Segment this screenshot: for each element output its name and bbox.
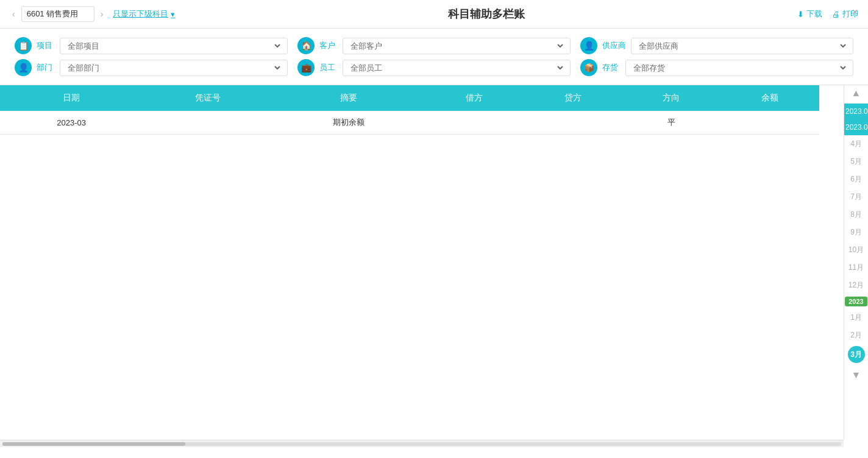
customer-dropdown[interactable]: 全部客户	[348, 41, 565, 51]
time-item-october[interactable]: 10月	[844, 241, 868, 259]
page-title: 科目辅助多栏账	[175, 7, 797, 21]
inventory-icon: 📦	[580, 59, 597, 76]
next-account-btn[interactable]: ›	[98, 8, 106, 20]
prev-account-btn[interactable]: ‹	[10, 8, 18, 20]
time-panel-scroll: 2023.03 2023.03 4月 5月 6月 7月 8月 9月 10月 11…	[844, 101, 868, 367]
close-btn[interactable]: ×	[852, 6, 858, 19]
time-item-november[interactable]: 11月	[844, 259, 868, 277]
customer-icon: 🏠	[297, 37, 315, 54]
supplier-icon: 👤	[580, 37, 597, 54]
time-panel: ▲ 2023.03 2023.03 4月 5月 6月 7月 8月 9月 10月 …	[844, 85, 868, 440]
inventory-filter: 📦 存货 全部存货	[575, 57, 858, 79]
employee-dropdown[interactable]: 全部员工	[348, 63, 565, 73]
scroll-up-btn[interactable]: ▲	[844, 85, 868, 101]
dept-filter: 👤 部门 全部部门	[10, 57, 293, 79]
time-item-may[interactable]: 5月	[844, 153, 868, 171]
col-date: 日期	[0, 85, 143, 111]
dept-dropdown[interactable]: 全部部门	[65, 63, 282, 73]
filters-area: 📋 项目 全部项目 🏠 客户 全部客户 👤 供应商 全部供应商	[0, 29, 868, 85]
employee-filter: 💼 员工 全部员工	[293, 57, 575, 79]
download-btn[interactable]: ⬇ 下载	[797, 9, 822, 19]
cell-voucher	[143, 111, 272, 135]
project-select[interactable]: 全部项目	[60, 38, 288, 54]
year-badge-wrapper: 2023	[845, 294, 867, 309]
bottom-scrollbar[interactable]	[0, 440, 844, 447]
time-item-feb[interactable]: 2月	[844, 326, 868, 344]
supplier-label: 供应商	[602, 40, 626, 51]
supplier-filter: 👤 供应商 全部供应商	[575, 35, 858, 57]
col-debit: 借方	[425, 85, 524, 111]
time-item-september[interactable]: 9月	[844, 224, 868, 241]
employee-label: 员工	[319, 62, 338, 73]
employee-select[interactable]: 全部员工	[343, 60, 571, 76]
inventory-select[interactable]: 全部存货	[625, 60, 853, 76]
time-item-2023-03-start[interactable]: 2023.03	[844, 104, 868, 119]
dept-label: 部门	[37, 62, 55, 73]
cell-date: 2023-03	[0, 111, 143, 135]
download-icon: ⬇	[797, 10, 804, 19]
table-row: 2023-03 期初余额 平	[0, 111, 819, 135]
active-month-wrapper: 3月	[848, 344, 865, 365]
account-nav: ‹ 6601 销售费用 ›	[10, 6, 105, 22]
chevron-down-icon: ▾	[171, 10, 175, 19]
col-credit: 贷方	[524, 85, 622, 111]
cell-debit	[425, 111, 524, 135]
active-month-march[interactable]: 3月	[848, 346, 865, 363]
time-item-july[interactable]: 7月	[844, 188, 868, 206]
account-code: 6601 销售费用	[21, 6, 94, 22]
scroll-down-btn[interactable]: ▼	[844, 367, 868, 383]
table-body: 2023-03 期初余额 平	[0, 111, 819, 135]
customer-label: 客户	[319, 40, 338, 51]
col-direction: 方向	[622, 85, 721, 111]
header: ‹ 6601 销售费用 › 只显示下级科目 ▾ 科目辅助多栏账 ⬇ 下载 🖨 打…	[0, 0, 868, 29]
time-item-june[interactable]: 6月	[844, 171, 868, 188]
time-item-april[interactable]: 4月	[844, 135, 868, 153]
supplier-dropdown[interactable]: 全部供应商	[636, 41, 848, 51]
cell-direction: 平	[622, 111, 721, 135]
show-sub-label: 只显示下级科目	[113, 9, 168, 19]
project-filter: 📋 项目 全部项目	[10, 35, 293, 57]
table-container: 日期 凭证号 摘要 借方 贷方 方向 余额 2023-03 期初余额	[0, 85, 819, 440]
project-label: 项目	[37, 40, 55, 51]
project-dropdown[interactable]: 全部项目	[65, 41, 282, 51]
col-summary: 摘要	[272, 85, 425, 111]
time-item-december[interactable]: 12月	[844, 277, 868, 294]
header-actions: ⬇ 下载 🖨 打印	[797, 9, 858, 19]
cell-credit	[524, 111, 622, 135]
download-label: 下载	[806, 9, 822, 19]
supplier-select[interactable]: 全部供应商	[631, 38, 853, 54]
inventory-label: 存货	[602, 62, 621, 73]
dept-icon: 👤	[15, 59, 32, 76]
ledger-table: 日期 凭证号 摘要 借方 贷方 方向 余额 2023-03 期初余额	[0, 85, 819, 135]
table-header-row: 日期 凭证号 摘要 借方 贷方 方向 余额	[0, 85, 819, 111]
scrollbar-track	[2, 442, 841, 446]
year-badge-2023[interactable]: 2023	[845, 297, 867, 306]
col-balance: 余额	[720, 85, 819, 111]
main-area: 日期 凭证号 摘要 借方 贷方 方向 余额 2023-03 期初余额	[0, 85, 868, 440]
main-window: ‹ 6601 销售费用 › 只显示下级科目 ▾ 科目辅助多栏账 ⬇ 下载 🖨 打…	[0, 0, 868, 458]
dept-select[interactable]: 全部部门	[60, 60, 288, 76]
time-item-2023-03-end[interactable]: 2023.03	[844, 119, 868, 135]
show-sub-control[interactable]: 只显示下级科目 ▾	[113, 9, 175, 19]
cell-summary: 期初余额	[272, 111, 425, 135]
scrollbar-thumb[interactable]	[2, 442, 185, 446]
time-item-jan[interactable]: 1月	[844, 309, 868, 326]
cell-balance	[720, 111, 819, 135]
project-icon: 📋	[15, 37, 32, 54]
print-icon: 🖨	[832, 10, 840, 19]
time-item-august[interactable]: 8月	[844, 206, 868, 224]
inventory-dropdown[interactable]: 全部存货	[631, 63, 848, 73]
customer-select[interactable]: 全部客户	[343, 38, 571, 54]
customer-filter: 🏠 客户 全部客户	[293, 35, 575, 57]
employee-icon: 💼	[297, 59, 315, 76]
col-voucher: 凭证号	[143, 85, 272, 111]
